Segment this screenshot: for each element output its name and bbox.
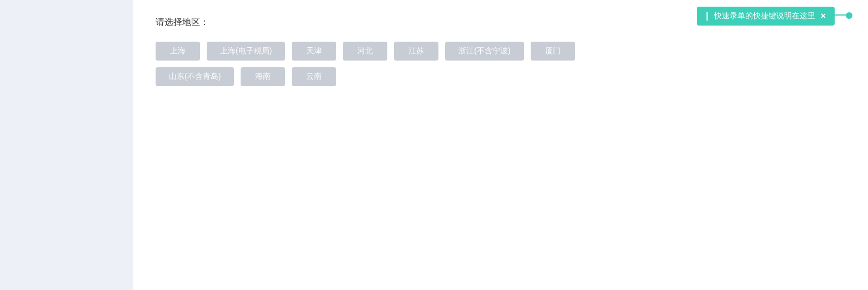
region-row-2: 山东(不含青岛) 海南 云南: [156, 67, 846, 86]
region-btn-zhejiang[interactable]: 浙江(不含宁波): [445, 42, 523, 61]
region-btn-tianjin[interactable]: 天津: [292, 42, 336, 61]
main-content: 请选择地区： 上海 上海(电子税局) 天津 河北 江苏 浙江(不含宁波) 厦门 …: [133, 0, 868, 290]
region-btn-shandong[interactable]: 山东(不含青岛): [156, 67, 234, 86]
region-btn-jiangsu[interactable]: 江苏: [394, 42, 438, 61]
region-btn-shanghai-e-tax[interactable]: 上海(电子税局): [207, 42, 285, 61]
region-btn-xiamen[interactable]: 厦门: [531, 42, 575, 61]
region-btn-hebei[interactable]: 河北: [343, 42, 387, 61]
tooltip-text: 快速录单的快捷键说明在这里: [714, 11, 815, 21]
region-btn-hainan[interactable]: 海南: [241, 67, 285, 86]
dot-indicator: [846, 12, 852, 19]
connector-line: [835, 14, 846, 16]
region-btn-yunnan[interactable]: 云南: [292, 67, 336, 86]
tooltip-banner: 快速录单的快捷键说明在这里 ×: [697, 7, 835, 26]
region-row-1: 上海 上海(电子税局) 天津 河北 江苏 浙江(不含宁波) 厦门: [156, 42, 846, 61]
sidebar: [0, 0, 133, 290]
tooltip-close-button[interactable]: ×: [821, 12, 826, 21]
region-btn-shanghai[interactable]: 上海: [156, 42, 200, 61]
